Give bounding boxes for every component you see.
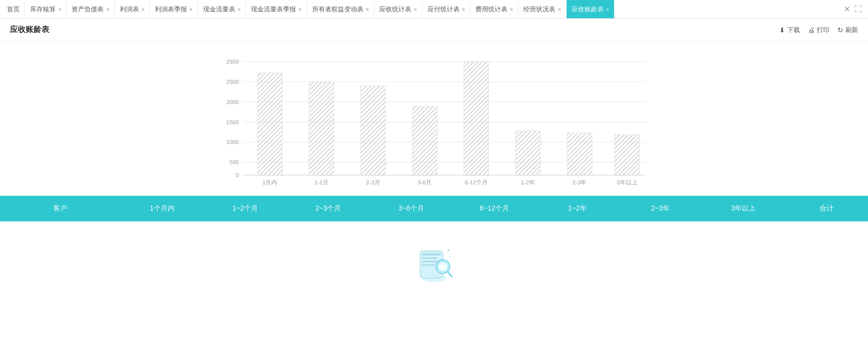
col-customer: 客户 xyxy=(0,204,121,213)
bar-1-2month xyxy=(309,82,334,175)
bar-1-2year xyxy=(515,131,540,175)
refresh-button[interactable]: ↻ 刷新 xyxy=(837,26,858,35)
window-maximize-btn[interactable]: ⛶ xyxy=(854,5,862,13)
page-header: 应收账龄表 ⬇ 下载 🖨 打印 ↻ 刷新 xyxy=(0,19,868,41)
tab-ar-aging-label: 应收账龄表 xyxy=(572,5,604,14)
tab-inventory[interactable]: 库存核算 × xyxy=(25,0,67,19)
refresh-icon: ↻ xyxy=(837,26,843,34)
refresh-label: 刷新 xyxy=(845,26,858,35)
tab-ar-stats-label: 应收统计表 xyxy=(379,5,411,14)
tab-cashflow[interactable]: 现金流量表 × xyxy=(198,0,246,19)
tab-balance[interactable]: 资产负债表 × xyxy=(67,0,114,19)
svg-text:1500: 1500 xyxy=(226,119,239,125)
col-2-3year: 2~3年 xyxy=(619,204,702,213)
tab-ar-stats[interactable]: 应收统计表 × xyxy=(374,0,422,19)
tab-cashflow-quarterly-label: 现金流量表季报 xyxy=(251,5,296,14)
tab-operation-close[interactable]: × xyxy=(558,6,561,12)
col-1-2month: 1~2个月 xyxy=(204,204,287,213)
svg-rect-27 xyxy=(422,261,439,262)
svg-text:0: 0 xyxy=(236,172,239,178)
tab-home-label: 首页 xyxy=(7,5,20,14)
tab-profit-quarterly[interactable]: 利润表季报 × xyxy=(150,0,198,19)
bar-6-12month xyxy=(464,62,489,175)
window-close-btn[interactable]: ✕ xyxy=(844,5,850,13)
tab-equity-label: 所有者权益变动表 xyxy=(312,5,363,14)
tab-cashflow-quarterly-close[interactable]: × xyxy=(298,6,301,12)
download-button[interactable]: ⬇ 下载 xyxy=(779,26,800,35)
tab-balance-label: 资产负债表 xyxy=(72,5,104,14)
bar-3-6month xyxy=(412,106,437,175)
svg-text:3年以上: 3年以上 xyxy=(616,179,637,185)
svg-text:6-12个月: 6-12个月 xyxy=(465,179,488,185)
empty-icon: ✦ ✦ xyxy=(409,241,459,285)
col-2-3month: 2~3个月 xyxy=(287,204,369,213)
svg-text:3-6月: 3-6月 xyxy=(418,179,432,185)
col-1month: 1个月内 xyxy=(121,204,204,213)
tab-equity-close[interactable]: × xyxy=(366,6,369,12)
tab-profit-close[interactable]: × xyxy=(142,6,145,12)
print-button[interactable]: 🖨 打印 xyxy=(808,26,830,35)
col-3plus-year: 3年以上 xyxy=(702,204,785,213)
svg-text:✦: ✦ xyxy=(446,248,450,253)
col-6-12month: 6~12个月 xyxy=(453,204,536,213)
col-1-2year: 1~2年 xyxy=(536,204,618,213)
main-content: 0 500 1000 1500 2000 2500 2500 1月内 1-2月 … xyxy=(0,41,868,355)
tab-profit-quarterly-close[interactable]: × xyxy=(189,6,192,12)
bar-3plus-year xyxy=(615,135,639,176)
col-3-6month: 3~6个月 xyxy=(370,204,453,213)
tab-cashflow-quarterly[interactable]: 现金流量表季报 × xyxy=(246,0,307,19)
header-actions: ⬇ 下载 🖨 打印 ↻ 刷新 xyxy=(779,26,858,35)
tab-profit-label: 利润表 xyxy=(120,5,139,14)
tab-equity[interactable]: 所有者权益变动表 × xyxy=(307,0,374,19)
tab-operation[interactable]: 经营状况表 × xyxy=(518,0,566,19)
svg-line-31 xyxy=(448,272,452,277)
svg-text:1-2年: 1-2年 xyxy=(521,179,535,185)
svg-text:2000: 2000 xyxy=(226,99,239,105)
tab-expense-stats-label: 费用统计表 xyxy=(475,5,507,14)
table-header: 客户 1个月内 1~2个月 2~3个月 3~6个月 6~12个月 1~2年 2~… xyxy=(0,196,868,221)
svg-rect-26 xyxy=(422,257,437,259)
svg-text:2-3月: 2-3月 xyxy=(366,179,380,185)
bar-2-3year xyxy=(567,133,592,175)
tab-cashflow-label: 现金流量表 xyxy=(203,5,235,14)
tab-profit-quarterly-label: 利润表季报 xyxy=(155,5,187,14)
svg-text:✦: ✦ xyxy=(449,255,452,258)
bar-1month xyxy=(257,73,282,175)
window-buttons: ✕ ⛶ xyxy=(840,5,866,13)
svg-text:1月内: 1月内 xyxy=(262,179,277,185)
svg-rect-28 xyxy=(422,264,435,266)
tab-home[interactable]: 首页 xyxy=(2,0,25,19)
tab-ap-stats[interactable]: 应付统计表 × xyxy=(423,0,470,19)
tab-cashflow-close[interactable]: × xyxy=(238,6,241,12)
svg-text:2500: 2500 xyxy=(226,79,239,85)
svg-text:2-3年: 2-3年 xyxy=(573,179,587,185)
tab-profit[interactable]: 利润表 × xyxy=(115,0,150,19)
svg-rect-25 xyxy=(422,253,441,255)
tab-ar-aging-close[interactable]: × xyxy=(606,6,609,12)
svg-text:1000: 1000 xyxy=(226,139,239,145)
chart-area: 0 500 1000 1500 2000 2500 2500 1月内 1-2月 … xyxy=(0,41,868,196)
col-total: 合计 xyxy=(785,204,868,213)
bar-2-3month xyxy=(361,86,385,175)
tab-inventory-label: 库存核算 xyxy=(30,5,56,14)
print-icon: 🖨 xyxy=(808,26,815,34)
tab-ap-stats-close[interactable]: × xyxy=(462,6,465,12)
tab-inventory-close[interactable]: × xyxy=(58,6,61,12)
tab-ar-stats-close[interactable]: × xyxy=(414,6,417,12)
empty-state: ✦ ✦ xyxy=(0,221,868,295)
tab-expense-stats[interactable]: 费用统计表 × xyxy=(470,0,518,19)
download-label: 下载 xyxy=(787,26,800,35)
print-label: 打印 xyxy=(817,26,830,35)
svg-text:500: 500 xyxy=(229,159,239,165)
tab-ap-stats-label: 应付统计表 xyxy=(428,5,460,14)
tab-operation-label: 经营状况表 xyxy=(523,5,555,14)
page-title: 应收账龄表 xyxy=(10,25,49,35)
tab-expense-stats-close[interactable]: × xyxy=(510,6,513,12)
tab-bar: 首页 库存核算 × 资产负债表 × 利润表 × 利润表季报 × 现金流量表 × … xyxy=(0,0,868,19)
svg-text:2500: 2500 xyxy=(226,59,239,65)
svg-point-30 xyxy=(438,262,447,271)
tab-balance-close[interactable]: × xyxy=(106,6,109,12)
bar-chart: 0 500 1000 1500 2000 2500 2500 1月内 1-2月 … xyxy=(212,51,656,191)
download-icon: ⬇ xyxy=(779,26,785,34)
tab-ar-aging[interactable]: 应收账龄表 × xyxy=(567,0,615,19)
